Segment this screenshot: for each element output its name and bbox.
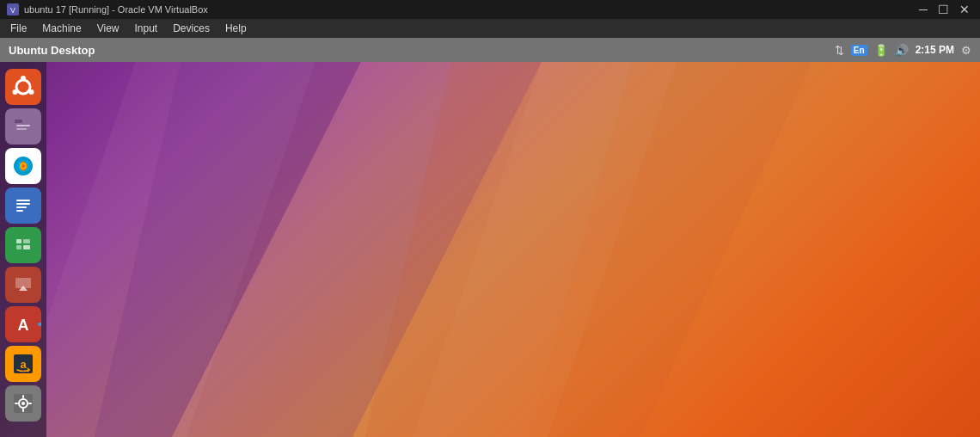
launcher-sidebar: A a xyxy=(0,62,46,437)
svg-rect-43 xyxy=(15,403,18,404)
svg-point-10 xyxy=(21,76,26,81)
svg-rect-14 xyxy=(15,120,22,123)
battery-icon: 🔋 xyxy=(874,44,888,57)
window-title: ubuntu 17 [Running] - Oracle VM VirtualB… xyxy=(24,4,208,15)
svg-text:V: V xyxy=(10,6,15,15)
svg-rect-30 xyxy=(23,245,30,249)
svg-point-40 xyxy=(21,402,25,405)
settings-icon xyxy=(11,391,35,415)
ubuntu-logo xyxy=(11,75,35,99)
svg-rect-22 xyxy=(16,200,30,201)
svg-marker-5 xyxy=(524,62,980,437)
close-button[interactable]: ✕ xyxy=(956,3,973,15)
menu-help[interactable]: Help xyxy=(218,21,254,36)
svg-rect-23 xyxy=(16,203,30,205)
panel-right: ⇅ En 🔋 🔊 2:15 PM ⚙ xyxy=(835,44,971,57)
menu-bar: File Machine View Input Devices Help xyxy=(0,19,980,38)
svg-text:A: A xyxy=(18,317,29,334)
svg-text:a: a xyxy=(20,358,27,371)
svg-marker-3 xyxy=(90,62,542,437)
svg-rect-21 xyxy=(14,196,33,215)
launcher-icon-calc[interactable] xyxy=(5,227,41,263)
launcher-icon-files[interactable] xyxy=(5,108,41,145)
menu-input[interactable]: Input xyxy=(128,21,165,36)
svg-rect-42 xyxy=(22,409,24,412)
launcher-icon-ubuntu[interactable] xyxy=(5,69,41,105)
desktop-main[interactable]: A a xyxy=(0,62,980,437)
svg-marker-2 xyxy=(0,62,361,437)
writer-icon xyxy=(11,194,35,218)
panel-settings-icon[interactable]: ⚙ xyxy=(961,44,971,57)
desktop-area: Ubuntu Desktop ⇅ En 🔋 🔊 2:15 PM ⚙ xyxy=(0,38,980,437)
language-badge[interactable]: En xyxy=(851,45,867,56)
svg-rect-41 xyxy=(22,395,24,398)
drag-indicator xyxy=(38,323,41,326)
menu-devices[interactable]: Devices xyxy=(166,21,217,36)
impress-icon xyxy=(11,273,35,297)
firefox-icon xyxy=(11,154,35,178)
amazon-icon: a xyxy=(11,352,35,376)
launcher-icon-text-editor[interactable]: A xyxy=(5,306,41,342)
window-controls: ─ ☐ ✕ xyxy=(916,3,973,15)
svg-rect-27 xyxy=(16,239,21,243)
svg-marker-7 xyxy=(406,62,677,437)
svg-point-20 xyxy=(21,164,25,168)
svg-rect-26 xyxy=(14,236,33,255)
desktop-background xyxy=(0,62,980,437)
svg-rect-28 xyxy=(23,239,30,243)
geometric-overlay xyxy=(0,62,980,437)
launcher-icon-impress[interactable] xyxy=(5,267,41,303)
files-icon xyxy=(11,114,35,138)
launcher-icon-writer[interactable] xyxy=(5,188,41,224)
launcher-icon-amazon[interactable]: a xyxy=(5,346,41,382)
text-editor-icon: A xyxy=(11,312,35,336)
launcher-icon-settings[interactable] xyxy=(5,385,41,422)
title-bar-left: V ubuntu 17 [Running] - Oracle VM Virtua… xyxy=(7,3,208,15)
svg-point-12 xyxy=(13,89,18,95)
clock: 2:15 PM xyxy=(916,44,954,56)
svg-rect-24 xyxy=(16,206,27,208)
menu-view[interactable]: View xyxy=(90,21,126,36)
svg-rect-15 xyxy=(16,125,30,126)
volume-icon: 🔊 xyxy=(895,44,909,57)
menu-file[interactable]: File xyxy=(3,21,34,36)
panel-title: Ubuntu Desktop xyxy=(9,44,95,57)
app-icon: V xyxy=(7,3,19,15)
title-bar: V ubuntu 17 [Running] - Oracle VM Virtua… xyxy=(0,0,980,19)
svg-marker-4 xyxy=(361,62,812,437)
minimize-button[interactable]: ─ xyxy=(916,3,931,15)
restore-button[interactable]: ☐ xyxy=(934,3,952,15)
svg-rect-44 xyxy=(28,403,32,404)
menu-machine[interactable]: Machine xyxy=(35,21,88,36)
svg-rect-29 xyxy=(16,245,21,249)
svg-marker-6 xyxy=(0,62,315,437)
svg-rect-16 xyxy=(16,128,27,130)
network-icon: ⇅ xyxy=(835,44,844,57)
top-panel: Ubuntu Desktop ⇅ En 🔋 🔊 2:15 PM ⚙ xyxy=(0,38,980,62)
svg-rect-25 xyxy=(16,210,23,212)
svg-point-11 xyxy=(29,89,34,95)
calc-icon xyxy=(11,233,35,257)
launcher-icon-firefox[interactable] xyxy=(5,148,41,184)
